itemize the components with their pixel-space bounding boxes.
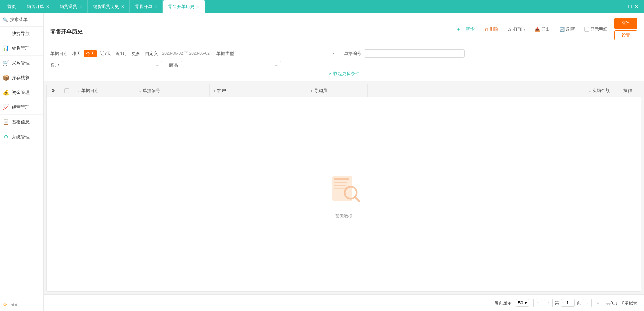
th-amount[interactable]: ↕ 实销金额	[553, 84, 614, 97]
tab-retail-history-close[interactable]: ✕	[196, 4, 200, 9]
th-guide[interactable]: ↕ 导购员	[306, 84, 368, 97]
tab-return-history[interactable]: 销货退货历史 ✕	[88, 0, 130, 13]
date-custom-btn[interactable]: 自定义	[144, 50, 159, 57]
sidebar-bottom: ⚙ ◀◀	[0, 298, 43, 311]
operations-icon: 📈	[3, 104, 9, 110]
sidebar-item-finance[interactable]: 💰 资金管理	[0, 85, 43, 100]
date-shortcuts: 昨天 今天 近7天 近1月 更多 自定义	[70, 50, 159, 57]
th-date[interactable]: ↕ 单据日期	[73, 84, 135, 97]
date-yesterday-btn[interactable]: 昨天	[70, 50, 82, 57]
sidebar-item-basic-info[interactable]: 📋 基础信息	[0, 115, 43, 129]
tab-retail[interactable]: 零售开单 ✕	[130, 0, 163, 13]
empty-text: 暂无数据	[335, 213, 353, 219]
sidebar-collapse-icon[interactable]: ◀◀	[11, 302, 17, 307]
basic-info-icon: 📋	[3, 119, 9, 125]
sidebar-item-quick-nav-label: 快捷导航	[12, 31, 30, 37]
maximize-btn[interactable]: □	[628, 4, 632, 10]
tab-return-label: 销货退货	[60, 4, 77, 10]
delete-label: 删除	[490, 26, 498, 32]
th-guide-sort: ↕	[310, 88, 313, 93]
export-icon: 📤	[535, 27, 540, 32]
sidebar-search[interactable]: 🔍 搜索菜单	[0, 13, 43, 27]
filter-row-2: 客户 ··· 商品 ···	[50, 61, 637, 69]
collapse-button[interactable]: ∧ 收起更多条件	[328, 71, 359, 77]
tab-return-close[interactable]: ✕	[79, 4, 83, 9]
svg-point-7	[349, 191, 351, 193]
page-number-input[interactable]	[561, 299, 575, 307]
tab-retail-history-label: 零售开单历史	[168, 4, 194, 10]
svg-line-6	[355, 197, 359, 201]
delete-button[interactable]: 🗑 删除	[481, 25, 501, 34]
tab-return-history-close[interactable]: ✕	[121, 4, 125, 9]
tab-retail-close[interactable]: ✕	[154, 4, 158, 9]
select-all-checkbox[interactable]	[64, 88, 69, 93]
tab-retail-history[interactable]: 零售开单历史 ✕	[163, 0, 205, 13]
page-header: 零售开单历史 ＋ + 新增 🗑 删除 🖨 打印 ▾ 📤 导出	[44, 13, 644, 45]
date-7days-btn[interactable]: 近7天	[99, 50, 112, 57]
th-operation: 操作	[614, 84, 641, 97]
display-detail-button[interactable]: 显示明细	[582, 25, 610, 34]
number-input[interactable]	[364, 49, 465, 58]
tab-retail-label: 零售开单	[135, 4, 152, 10]
next-page-btn[interactable]: ›	[583, 299, 592, 307]
sidebar-item-purchase[interactable]: 🛒 采购管理	[0, 56, 43, 70]
sidebar-item-quick-nav[interactable]: ⌂ 快捷导航	[0, 27, 43, 41]
number-filter-label: 单据编号	[344, 51, 361, 57]
sidebar-item-system[interactable]: ⚙ 系统管理	[0, 129, 43, 144]
print-dropdown-icon: ▾	[524, 28, 525, 31]
window-close-btn[interactable]: ✕	[634, 4, 639, 10]
th-date-label: ↕	[78, 88, 80, 93]
page-size-select[interactable]: 50 ▾	[516, 299, 529, 307]
filter-type: 单据类型 ▾	[216, 50, 337, 57]
add-button[interactable]: ＋ + 新增	[454, 25, 477, 34]
th-customer-sort: ↕	[214, 88, 216, 93]
tab-sales-order[interactable]: 销售订单 ✕	[22, 0, 54, 13]
refresh-button[interactable]: 🔄 刷新	[557, 25, 578, 34]
date-more-btn[interactable]: 更多	[130, 50, 142, 57]
last-page-btn[interactable]: »	[594, 299, 602, 307]
add-label: + 新增	[462, 26, 475, 32]
tab-return-history-label: 销货退货历史	[93, 4, 119, 10]
prev-page-btn[interactable]: ‹	[544, 299, 553, 307]
th-customer[interactable]: ↕ 客户	[210, 84, 306, 97]
type-select[interactable]: ▾	[237, 50, 337, 57]
th-settings[interactable]: ⚙	[47, 84, 60, 97]
sidebar-item-inventory[interactable]: 📦 库存核算	[0, 70, 43, 85]
sidebar-item-inventory-label: 库存核算	[12, 75, 30, 81]
delete-icon: 🗑	[484, 27, 488, 32]
customer-input[interactable]: ···	[62, 61, 162, 69]
th-checkbox[interactable]	[60, 84, 73, 97]
top-bar: 首页 销售订单 ✕ 销货退货 ✕ 销货退货历史 ✕ 零售开单 ✕ 零售开单历史 …	[0, 0, 644, 13]
tab-home[interactable]: 首页	[3, 0, 21, 13]
window-controls: — □ ✕	[620, 4, 641, 10]
th-number-sort: ↕	[139, 88, 141, 93]
settings-gear-icon[interactable]: ⚙	[3, 301, 7, 308]
refresh-label: 刷新	[566, 26, 575, 32]
system-icon: ⚙	[3, 134, 9, 140]
sidebar-search-label: 搜索菜单	[10, 17, 28, 23]
date-1month-btn[interactable]: 近1月	[114, 50, 128, 57]
tab-sales-order-label: 销售订单	[27, 4, 44, 10]
page-nav: « ‹ 第 页 › »	[533, 299, 602, 307]
total-info: 共0页，0条记录	[606, 300, 637, 306]
th-spacer	[368, 84, 553, 97]
goods-input[interactable]: ···	[181, 61, 281, 69]
tab-sales-order-close[interactable]: ✕	[46, 4, 49, 9]
date-today-btn[interactable]: 今天	[84, 50, 97, 57]
date-range-display: 2023-06-02 至 2023-06-02	[162, 51, 209, 56]
sidebar-item-basic-info-label: 基础信息	[12, 119, 30, 125]
finance-icon: 💰	[3, 89, 9, 96]
print-button[interactable]: 🖨 打印 ▾	[505, 25, 528, 34]
export-button[interactable]: 📤 导出	[532, 25, 553, 34]
first-page-btn[interactable]: «	[533, 299, 542, 307]
query-button[interactable]: 查询	[614, 18, 637, 29]
set-button[interactable]: 设置	[614, 30, 637, 40]
th-number[interactable]: ↕ 单据编号	[135, 84, 210, 97]
svg-rect-1	[334, 178, 349, 180]
sidebar-item-operations[interactable]: 📈 经营管理	[0, 100, 43, 115]
sidebar-item-sales[interactable]: 📊 销售管理	[0, 41, 43, 56]
filter-area: 单据日期 昨天 今天 近7天 近1月 更多 自定义 2023-06-02 至 2…	[44, 45, 644, 81]
page-size-value: 50	[518, 300, 523, 305]
minimize-btn[interactable]: —	[620, 4, 626, 10]
tab-return[interactable]: 销货退货 ✕	[55, 0, 88, 13]
